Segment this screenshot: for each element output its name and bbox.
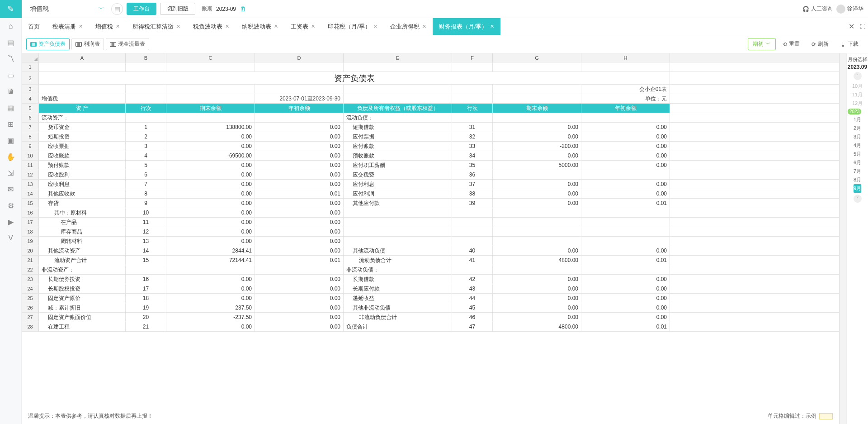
cell[interactable] xyxy=(581,208,670,217)
cell[interactable]: 期末余额 xyxy=(166,104,255,113)
cell[interactable]: 17 xyxy=(126,284,166,293)
cell[interactable]: 库存商品 xyxy=(39,227,126,236)
cell[interactable]: 行次 xyxy=(126,104,166,113)
nav-book-icon[interactable]: ▭ xyxy=(0,67,22,83)
month-option[interactable]: 3月 xyxy=(854,133,861,141)
cell[interactable] xyxy=(166,265,255,274)
cell[interactable] xyxy=(581,170,670,179)
cell[interactable] xyxy=(493,218,581,227)
cell[interactable]: 应收账款 xyxy=(39,151,126,160)
cell[interactable]: 减：累计折旧 xyxy=(39,303,126,312)
cell[interactable]: 0.00 xyxy=(166,237,255,246)
cell[interactable]: 应付账款 xyxy=(344,142,452,151)
row-number[interactable]: 9 xyxy=(22,142,39,151)
nav-export-icon[interactable]: ⇲ xyxy=(0,165,22,181)
cell[interactable]: 0.00 xyxy=(166,208,255,217)
row-number[interactable]: 23 xyxy=(22,275,39,284)
cell[interactable]: 0.00 xyxy=(493,132,581,141)
month-down-icon[interactable]: ˅ xyxy=(854,195,862,203)
cell[interactable]: 40 xyxy=(452,246,493,255)
doc-icon[interactable]: ▤ xyxy=(111,3,123,15)
cell[interactable]: 44 xyxy=(452,294,493,303)
cell[interactable]: 应付职工薪酬 xyxy=(344,161,452,170)
close-icon[interactable]: ✕ xyxy=(311,24,315,29)
col-G[interactable]: G xyxy=(493,53,581,62)
close-icon[interactable]: ✕ xyxy=(176,24,180,29)
row-number[interactable]: 18 xyxy=(22,227,39,236)
cell[interactable]: 0.00 xyxy=(166,132,255,141)
cell[interactable]: 9 xyxy=(126,199,166,208)
cell[interactable]: 应付利润 xyxy=(344,189,452,198)
cell[interactable]: 2844.41 xyxy=(166,246,255,255)
cell[interactable]: 应收利息 xyxy=(39,180,126,189)
cell[interactable] xyxy=(493,237,581,246)
cell[interactable]: 0.00 xyxy=(581,275,670,284)
scrollbar[interactable] xyxy=(839,53,846,424)
close-icon[interactable]: ✕ xyxy=(116,24,120,29)
cell[interactable]: 在产品 xyxy=(39,218,126,227)
row-number[interactable]: 19 xyxy=(22,237,39,246)
cell[interactable]: 0.00 xyxy=(255,284,344,293)
cell[interactable] xyxy=(255,85,344,94)
tab-0[interactable]: 税表清册✕ xyxy=(46,18,89,35)
row-number[interactable]: 1 xyxy=(22,62,39,71)
cell[interactable] xyxy=(581,62,670,71)
cell[interactable]: 其他流动资产 xyxy=(39,246,126,255)
cell[interactable]: 3 xyxy=(126,142,166,151)
cell[interactable]: 其他应收款 xyxy=(39,189,126,198)
close-icon[interactable]: ✕ xyxy=(490,24,494,29)
cell[interactable] xyxy=(126,62,166,71)
close-icon[interactable]: ✕ xyxy=(373,24,377,29)
row-number[interactable]: 11 xyxy=(22,161,39,170)
cell[interactable]: 在建工程 xyxy=(39,322,126,331)
cell[interactable]: 0.00 xyxy=(166,180,255,189)
month-up-icon[interactable]: ˄ xyxy=(854,72,862,80)
cell[interactable]: 2023-07-01至2023-09-30 xyxy=(255,94,344,103)
cell[interactable]: 0.00 xyxy=(493,246,581,255)
col-E[interactable]: E xyxy=(344,53,452,62)
cell[interactable]: 0.00 xyxy=(493,275,581,284)
cell[interactable]: 货币资金 xyxy=(39,123,126,132)
cell[interactable] xyxy=(126,85,166,94)
cell[interactable]: 1 xyxy=(126,123,166,132)
tab-8[interactable]: 财务报表（月/季）✕ xyxy=(433,18,501,35)
row-number[interactable]: 8 xyxy=(22,132,39,141)
cell[interactable]: 72144.41 xyxy=(166,256,255,265)
cell[interactable] xyxy=(166,85,255,94)
row-number[interactable]: 28 xyxy=(22,322,39,331)
cell[interactable]: 15 xyxy=(126,256,166,265)
nav-home-icon[interactable]: ⌂ xyxy=(0,18,22,34)
row-number[interactable]: 16 xyxy=(22,208,39,217)
month-option[interactable]: 6月 xyxy=(854,158,861,167)
nav-table-icon[interactable]: ⊞ xyxy=(0,116,22,132)
row-number[interactable]: 14 xyxy=(22,189,39,198)
cell[interactable]: 0.00 xyxy=(255,275,344,284)
cell[interactable]: 年初余额 xyxy=(255,104,344,113)
switch-old-button[interactable]: 切到旧版 xyxy=(160,3,195,15)
cell[interactable]: 应收票据 xyxy=(39,142,126,151)
cell[interactable]: 0.00 xyxy=(166,322,255,331)
cell[interactable]: 年初余额 xyxy=(581,104,670,113)
nav-inbox-icon[interactable]: ✉ xyxy=(0,181,22,197)
cell[interactable] xyxy=(126,265,166,274)
nav-chart-icon[interactable]: 〽 xyxy=(0,51,22,67)
cell[interactable]: 0.01 xyxy=(255,189,344,198)
cell[interactable] xyxy=(452,218,493,227)
cell[interactable]: 43 xyxy=(452,284,493,293)
cell[interactable] xyxy=(166,113,255,122)
cell[interactable]: 20 xyxy=(126,313,166,322)
cell[interactable] xyxy=(452,62,493,71)
cell[interactable]: 10 xyxy=(126,208,166,217)
row-number[interactable]: 15 xyxy=(22,199,39,208)
cell[interactable]: 其他非流动负债 xyxy=(344,303,452,312)
cell[interactable]: 138800.00 xyxy=(166,123,255,132)
cell[interactable] xyxy=(39,62,126,71)
cell[interactable]: 0.00 xyxy=(166,284,255,293)
period-init-button[interactable]: 期初 ﹀ xyxy=(748,38,776,50)
cell[interactable]: 0.01 xyxy=(581,256,670,265)
cell[interactable]: 0.00 xyxy=(166,275,255,284)
cell[interactable]: 13 xyxy=(126,237,166,246)
cell[interactable]: 0.00 xyxy=(166,227,255,236)
month-option[interactable]: 11月 xyxy=(852,91,863,99)
tab-home[interactable]: 首页 xyxy=(22,18,46,35)
